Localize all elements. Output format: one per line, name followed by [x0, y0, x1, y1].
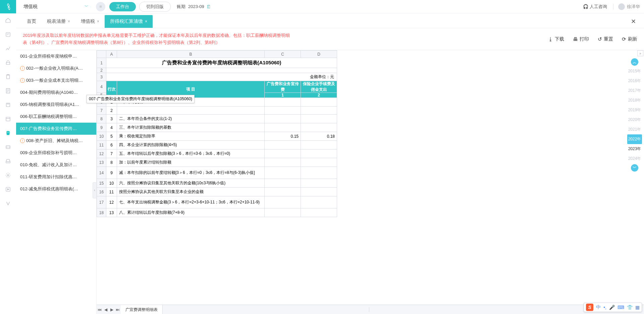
- download-button[interactable]: ⭳下载: [548, 36, 564, 42]
- ime-toolbar[interactable]: S 中 •, 🎤 ⌨ 👕 ▦: [584, 303, 642, 312]
- ime-lang[interactable]: 中: [596, 304, 601, 310]
- nav-tax-icon[interactable]: [0, 126, 16, 140]
- form-list-item[interactable]: 006-职工薪酬纳税调整明细…: [16, 111, 96, 123]
- nav-ledger-icon[interactable]: [0, 27, 16, 42]
- item-cell[interactable]: 六、按照分摊协议归集至其他关联方的金额(10≤3与6孰小值): [117, 179, 265, 188]
- expand-right-icon[interactable]: »: [637, 50, 643, 56]
- year-option[interactable]: 2015年: [627, 66, 642, 76]
- item-cell[interactable]: 八、累计结转以后年度扣除额(7+8-9): [117, 208, 265, 217]
- sheet-nav-next[interactable]: ▶: [109, 307, 115, 312]
- year-option[interactable]: 2016年: [627, 76, 642, 86]
- col-header[interactable]: D: [301, 51, 337, 58]
- tab-close-icon[interactable]: ×: [145, 19, 147, 24]
- year-option[interactable]: 2017年: [627, 86, 642, 96]
- tab-首页[interactable]: 首页: [21, 15, 42, 28]
- form-list-item[interactable]: 009-企业所得税弥补亏损明…: [16, 147, 96, 159]
- sheet-nav-first[interactable]: ⏮: [97, 307, 103, 312]
- nav-transfer-icon[interactable]: [0, 140, 16, 154]
- app-logo[interactable]: [0, 0, 16, 13]
- form-list-item[interactable]: 005-纳税调整项目明细表(A1…: [16, 99, 96, 111]
- col-header[interactable]: B: [117, 51, 265, 58]
- nav-v-icon[interactable]: [0, 196, 16, 210]
- nav-template-icon[interactable]: [0, 98, 16, 112]
- tab-增值税[interactable]: 增值税×: [75, 15, 105, 28]
- form-list-item[interactable]: 010-免税、减计收入及加计…: [16, 159, 96, 171]
- tab-close-icon[interactable]: ×: [97, 19, 99, 24]
- svg-rect-0: [6, 33, 10, 37]
- action-bar: 2019年度涉及取以前年度结转数据的申报表单元格需要手工维护正确，才能保证本年及…: [16, 28, 644, 50]
- form-list-item[interactable]: !008-资产折旧、摊销及纳税…: [16, 135, 96, 147]
- collapse-context-icon[interactable]: ≡: [96, 2, 105, 11]
- tab-税表清册[interactable]: 税表清册×: [42, 15, 75, 28]
- form-list-item[interactable]: !003-一般企业成本支出明细…: [16, 74, 96, 86]
- item-cell[interactable]: 四、本企业计算的扣除限额(4×5): [117, 141, 265, 149]
- spreadsheet[interactable]: ABCD1广告费和业务宣传费跨年度纳税调整明细表(A105060)23金额单位：…: [97, 50, 644, 305]
- workbench-button[interactable]: 工作台: [109, 2, 136, 11]
- refresh-button[interactable]: ⟳刷新: [622, 36, 637, 42]
- year-option[interactable]: 2024年: [627, 154, 642, 164]
- nav-report-icon[interactable]: [0, 42, 16, 56]
- period-picker[interactable]: 2023-09 🗓: [188, 4, 211, 9]
- switch-old-button[interactable]: 切到旧版: [139, 2, 171, 12]
- sidebar-collapse-handle[interactable]: ‹: [93, 182, 97, 198]
- page-tabs: 首页税表清册×增值税×所得税汇算清缴× ✕: [16, 13, 644, 28]
- form-list-item[interactable]: 007-广告费和业务宣传费跨…: [16, 123, 96, 135]
- form-list-item[interactable]: !002-一般企业收入明细表(A…: [16, 62, 96, 74]
- year-scroll-down-icon[interactable]: ︾: [631, 164, 638, 172]
- reset-button[interactable]: ↺重置: [598, 36, 613, 42]
- nav-home-icon[interactable]: [0, 13, 16, 27]
- tab-所得税汇算清缴[interactable]: 所得税汇算清缴×: [105, 15, 153, 28]
- context-dropdown[interactable]: 增值税 ﹀: [20, 4, 92, 10]
- svg-point-5: [7, 175, 9, 176]
- year-option[interactable]: 2022年: [627, 134, 642, 144]
- support-link[interactable]: 🎧 人工咨询: [583, 4, 607, 10]
- nav-clipboard-icon[interactable]: [0, 70, 16, 84]
- sheet-title[interactable]: 广告费和业务宣传费跨年度纳税调整明细表(A105060): [106, 58, 337, 68]
- nav-doc-icon[interactable]: [0, 84, 16, 98]
- nav-settings-icon[interactable]: [0, 168, 16, 182]
- ime-keyboard-icon[interactable]: ⌨: [618, 305, 624, 310]
- item-cell[interactable]: 二、本年符合条件的支出(1-2): [117, 115, 265, 123]
- form-list-item[interactable]: 001-企业所得税年度纳税申…: [16, 50, 96, 62]
- year-option[interactable]: 2021年: [627, 125, 642, 134]
- form-list-item[interactable]: 012-减免所得税优惠明细表(…: [16, 183, 96, 195]
- col-header[interactable]: C: [265, 51, 301, 58]
- nav-money-icon[interactable]: [0, 56, 16, 70]
- close-all-tabs-icon[interactable]: ✕: [628, 15, 639, 28]
- item-cell[interactable]: 三、本年计算扣除限额的基数: [117, 123, 265, 132]
- col-header[interactable]: A: [106, 51, 117, 58]
- nav-inbox-icon[interactable]: [0, 154, 16, 168]
- left-nav-rail: [0, 0, 16, 314]
- ime-logo-icon: S: [586, 304, 593, 311]
- sheet-tab[interactable]: 广宣费调整明细表: [121, 305, 163, 314]
- year-option[interactable]: 2023年: [627, 144, 642, 154]
- item-cell[interactable]: 减：本年扣除的以前年度结转额[3＞6，本行=0；3≤6，本行=8与(6-3)孰小…: [117, 167, 265, 179]
- sheet-nav-last[interactable]: ⏭: [115, 307, 121, 312]
- year-option[interactable]: 2020年: [627, 115, 642, 125]
- tab-close-icon[interactable]: ×: [68, 19, 70, 24]
- calendar-icon: 🗓: [206, 4, 211, 9]
- item-cell[interactable]: 按照分摊协议从其他关联方归集至本企业的金额: [117, 188, 265, 196]
- item-cell[interactable]: 加：以前年度累计结转扣除额: [117, 158, 265, 167]
- context-dropdown-label: 增值税: [23, 4, 38, 10]
- year-scroll-up-icon[interactable]: ︽: [631, 58, 638, 66]
- item-cell[interactable]: 乘：税收规定扣除率: [117, 132, 265, 141]
- unit-label[interactable]: 金额单位：元: [106, 73, 337, 81]
- item-cell[interactable]: 五、本年结转以后年度扣除额(3＞6，本行=3-6；3≤6，本行=0): [117, 149, 265, 158]
- user-menu[interactable]: 徐泽华: [618, 3, 640, 10]
- ime-voice-icon[interactable]: 🎤: [609, 305, 615, 310]
- nav-play-icon[interactable]: [0, 182, 16, 196]
- item-cell[interactable]: 七、本年支出纳税调整金额(3＞6，本行=2+3-6+10-11；3≤6，本行=2…: [117, 196, 265, 208]
- ime-toolbox-icon[interactable]: ▦: [635, 305, 640, 310]
- item-cell[interactable]: [117, 107, 265, 115]
- sheet-nav-prev[interactable]: ◀: [103, 307, 109, 312]
- year-option[interactable]: 2018年: [627, 96, 642, 105]
- print-button[interactable]: 🖶打印: [573, 36, 589, 42]
- ime-punct-icon[interactable]: •,: [603, 305, 606, 310]
- form-list-item[interactable]: 011-研发费用加计扣除优惠…: [16, 171, 96, 183]
- ime-skin-icon[interactable]: 👕: [627, 305, 633, 310]
- year-option[interactable]: 2019年: [627, 105, 642, 115]
- main-area: 001-企业所得税年度纳税申…!002-一般企业收入明细表(A…!003-一般企…: [16, 50, 644, 314]
- form-list-item[interactable]: 004-期间费用明细表(A1040…: [16, 86, 96, 99]
- nav-calendar-icon[interactable]: [0, 112, 16, 126]
